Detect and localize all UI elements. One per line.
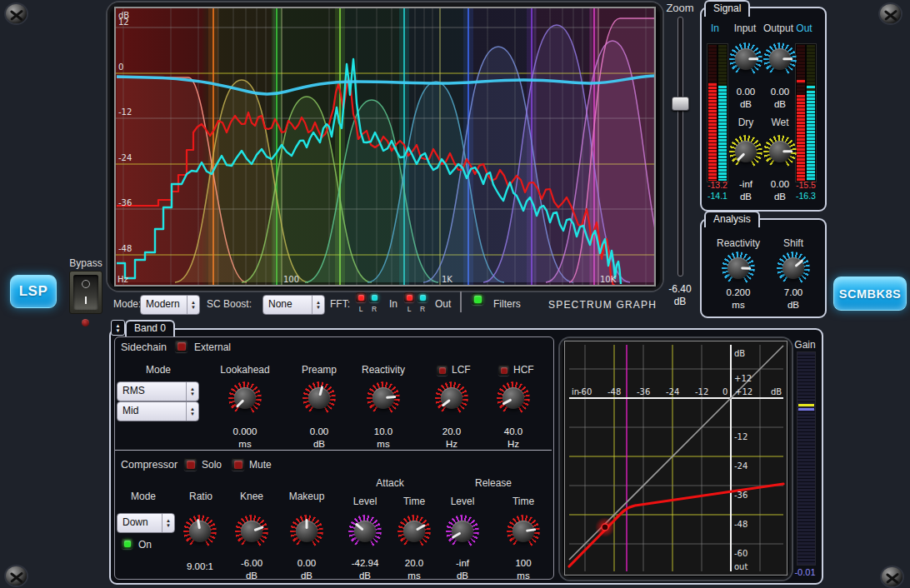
- attack-header: Attack: [357, 477, 423, 489]
- curve-plot: in-60-48-36-24-120+12dBdB+12-12-24-36-48…: [565, 341, 787, 575]
- lookahead-knob[interactable]: [228, 381, 262, 415]
- gain-reduction-meter: [797, 351, 816, 566]
- mode-label: Mode:: [113, 298, 141, 310]
- svg-text:100: 100: [283, 275, 299, 284]
- screw-icon: [880, 4, 901, 23]
- attack-time-knob[interactable]: [398, 515, 431, 548]
- lcf-enable-button[interactable]: [437, 365, 448, 376]
- mode-select[interactable]: Modern ▲▼: [140, 295, 200, 315]
- fft-out-left-button[interactable]: [404, 292, 414, 302]
- lookahead-value: 0.000ms: [218, 426, 272, 450]
- svg-text:-48: -48: [118, 244, 132, 253]
- switch-on-symbol: [85, 296, 88, 304]
- attack-level-knob[interactable]: [348, 515, 382, 548]
- sc-mode-select[interactable]: RMS ▲▼: [117, 381, 199, 401]
- knee-label: Knee: [227, 491, 277, 502]
- lcf-value: 20.0Hz: [425, 426, 478, 450]
- filters-button[interactable]: [472, 293, 483, 305]
- filters-label: Filters: [493, 298, 521, 310]
- makeup-knob[interactable]: [290, 515, 323, 548]
- knee-value: -6.00dB: [225, 557, 278, 581]
- zoom-slider-handle[interactable]: [672, 97, 689, 111]
- attack-level-value: -42.94dB: [338, 557, 392, 581]
- zoom-slider-track[interactable]: [678, 17, 683, 277]
- ratio-value: 9.00:1: [173, 561, 227, 573]
- sc-mode-value: RMS: [118, 382, 186, 401]
- attack-time-label: Time: [389, 496, 439, 507]
- sc-source-select[interactable]: Mid ▲▼: [117, 401, 199, 421]
- sc-source-value: Mid: [118, 402, 186, 421]
- svg-text:-24: -24: [118, 153, 132, 162]
- release-level-value: -infdB: [436, 557, 489, 581]
- spectrum-plot: dB120-12-24-36-48Hz1001K10K: [115, 7, 655, 286]
- sc-boost-select[interactable]: None ▲▼: [262, 295, 325, 315]
- solo-button[interactable]: [184, 458, 197, 471]
- knee-knob[interactable]: [235, 515, 268, 548]
- bypass-switch[interactable]: [69, 271, 102, 314]
- switch-off-symbol: [82, 280, 90, 288]
- signal-out-label: Out: [792, 22, 817, 34]
- fft-in-label: In: [389, 298, 398, 310]
- release-time-knob[interactable]: [507, 515, 540, 548]
- svg-text:-24: -24: [734, 461, 748, 471]
- spinner-icon: ▲▼: [162, 514, 174, 532]
- svg-text:-48: -48: [734, 520, 748, 529]
- lcf-knob[interactable]: [435, 381, 468, 415]
- fft-in-left-button[interactable]: [356, 292, 366, 302]
- analysis-shift-knob[interactable]: [777, 252, 810, 285]
- sidechain-external-button[interactable]: [175, 340, 188, 352]
- sc-mode-label: Mode: [133, 364, 183, 376]
- spinner-icon: ▲▼: [187, 296, 199, 314]
- analysis-tab: Analysis: [704, 211, 760, 227]
- analysis-shift-value: 7.00dB: [768, 287, 818, 311]
- comp-on-button[interactable]: [122, 538, 132, 549]
- mute-label: Mute: [249, 459, 272, 471]
- svg-text:-24: -24: [666, 387, 679, 396]
- spectrum-graph[interactable]: dB120-12-24-36-48Hz1001K10K: [108, 2, 662, 291]
- hcf-knob[interactable]: [497, 381, 530, 415]
- band-reactivity-knob[interactable]: [367, 381, 400, 415]
- attack-level-label: Level: [340, 496, 390, 507]
- sc-boost-label: SC Boost:: [207, 298, 252, 310]
- reactivity-label: Reactivity: [353, 364, 413, 376]
- section-separator: [115, 450, 552, 451]
- screw-icon: [6, 566, 27, 586]
- svg-text:-12: -12: [118, 107, 132, 117]
- screw-icon: [882, 567, 902, 586]
- preamp-knob[interactable]: [302, 381, 336, 415]
- svg-text:-36: -36: [118, 198, 132, 207]
- lcf-label: LCF: [452, 364, 471, 376]
- release-level-knob[interactable]: [446, 515, 479, 548]
- mute-button[interactable]: [232, 458, 244, 471]
- band-tab[interactable]: Band 0: [125, 320, 175, 336]
- fft-out-label: Out: [435, 298, 451, 310]
- svg-text:dB: dB: [734, 349, 745, 358]
- dry-knob[interactable]: [729, 135, 762, 168]
- lsp-logo-button[interactable]: LSP: [10, 275, 57, 308]
- plugin-window: LSP Bypass dB120-12-24-36-48Hz1001K10K Z…: [0, 0, 910, 588]
- comp-mode-select[interactable]: Down ▲▼: [117, 513, 175, 533]
- plugin-name-button[interactable]: SCMBK8S: [833, 277, 907, 311]
- svg-text:+12: +12: [734, 374, 752, 383]
- svg-text:0: 0: [722, 387, 728, 396]
- lookahead-label: Lookahead: [212, 364, 278, 376]
- fft-in-right-button[interactable]: [369, 292, 379, 302]
- wet-knob[interactable]: [763, 135, 797, 168]
- analysis-reactivity-knob[interactable]: [722, 252, 755, 285]
- ratio-label: Ratio: [176, 491, 226, 502]
- screw-icon: [6, 4, 27, 23]
- gain-label: Gain: [788, 339, 822, 351]
- analysis-reactivity-label: Reactivity: [713, 237, 763, 249]
- fft-out-right-button[interactable]: [418, 292, 428, 302]
- output-gain-knob[interactable]: [763, 42, 797, 76]
- fft-in-left-label: L: [356, 305, 366, 313]
- svg-text:1K: 1K: [442, 275, 452, 284]
- compression-curve-graph[interactable]: in-60-48-36-24-120+12dBdB+12-12-24-36-48…: [560, 338, 792, 580]
- svg-text:out: out: [734, 562, 748, 571]
- ratio-knob[interactable]: [183, 515, 217, 548]
- preamp-value: 0.00dB: [292, 426, 346, 450]
- band-stepper[interactable]: ▲▼: [111, 320, 125, 336]
- svg-text:+12: +12: [735, 387, 752, 396]
- hcf-enable-button[interactable]: [498, 365, 509, 376]
- input-gain-knob[interactable]: [729, 42, 762, 76]
